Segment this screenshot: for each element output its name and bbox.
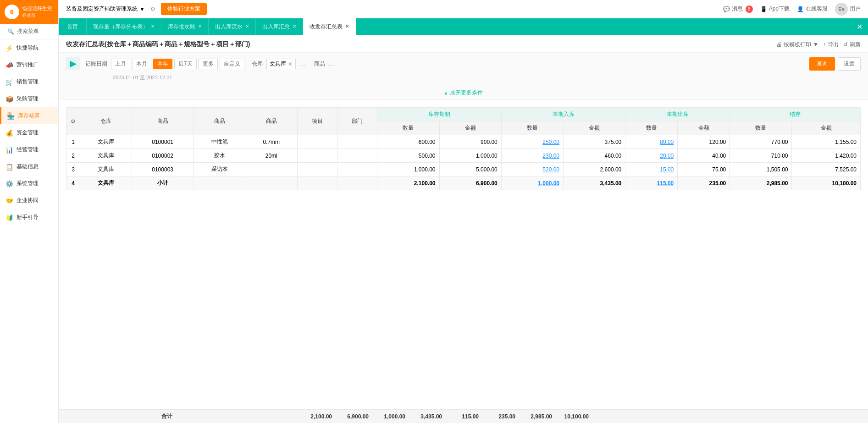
row2-open-amt: 1,000.00 xyxy=(439,149,501,163)
user-item[interactable]: Ea 用户 xyxy=(835,3,861,16)
app-download-label: App下载 xyxy=(769,5,790,13)
tab-close-icon[interactable]: ✕ xyxy=(198,24,202,29)
data-table: ⚙ 仓库 商品 商品 商品 项目 部门 库存期初 本期入库 本期出库 结存 xyxy=(66,107,861,190)
warehouse-more-dots[interactable]: ... xyxy=(299,61,307,67)
row3-no: 3 xyxy=(66,163,80,176)
print-icon: 🖨 xyxy=(776,41,782,48)
sidebar-item-finance[interactable]: 💰 资金管理 xyxy=(0,124,58,141)
service-icon: 👤 xyxy=(797,6,804,12)
quick-nav-icon: ⚡ xyxy=(6,44,13,52)
tab-bar-close-button[interactable]: ✕ xyxy=(851,22,868,31)
footer-total-bar: 合计 2,100.00 6,900.00 1,000.00 3,435.00 1… xyxy=(59,409,868,423)
sidebar-item-marketing-label: 营销推广 xyxy=(17,61,39,69)
row1-open-qty: 600.00 xyxy=(377,135,439,149)
logo-sub: 标准版 xyxy=(22,12,52,19)
refresh-button[interactable]: ↺ 刷新 xyxy=(843,41,861,49)
sidebar-item-basic[interactable]: 📋 基础信息 xyxy=(0,158,58,175)
table-header-out-amt: 金额 xyxy=(678,121,730,135)
subtotal-out-qty[interactable]: 115.00 xyxy=(625,176,678,190)
system-title-text: 装备及固定资产辅助管理系统 xyxy=(66,5,138,13)
row3-out-qty[interactable]: 15.00 xyxy=(625,163,678,176)
row2-close-qty: 710.00 xyxy=(730,149,792,163)
date-btn-more[interactable]: 更多 xyxy=(199,59,218,69)
system-title-dropdown[interactable]: 装备及固定资产辅助管理系统 ▼ xyxy=(66,5,145,13)
sidebar-item-system[interactable]: ⚙️ 系统管理 xyxy=(0,175,58,192)
online-service-label: 在线客服 xyxy=(806,5,828,13)
table-header-close-qty: 数量 xyxy=(730,121,792,135)
trial-button[interactable]: 体验行业方案 xyxy=(161,3,207,15)
app-download-item[interactable]: 📱 App下载 xyxy=(760,5,790,13)
tab-summary[interactable]: 出入库汇总 ✕ xyxy=(256,18,303,35)
query-button[interactable]: 查询 xyxy=(809,57,835,71)
tab-flow[interactable]: 出入库流水 ✕ xyxy=(209,18,256,35)
table-header-goods-name: 商品 xyxy=(194,108,245,135)
tab-close-icon[interactable]: ✕ xyxy=(293,24,296,29)
row3-in-qty[interactable]: 520.00 xyxy=(501,163,563,176)
table-header-closing: 结存 xyxy=(730,108,861,121)
footer-out-qty: 115.00 xyxy=(442,413,479,420)
row2-in-qty[interactable]: 230.00 xyxy=(501,149,563,163)
sidebar-item-inventory[interactable]: 🏪 库存核算 xyxy=(0,107,58,124)
export-button[interactable]: ↑ 导出 xyxy=(823,41,839,49)
message-item[interactable]: 💬 消息 6 xyxy=(723,5,753,13)
date-btn-7days[interactable]: 近7天 xyxy=(174,59,197,69)
row2-out-amt: 40.00 xyxy=(678,149,730,163)
subtotal-no: 4 xyxy=(66,176,80,190)
search-nav-label: 搜索菜单 xyxy=(17,27,39,35)
sidebar-item-purchase[interactable]: 📦 采购管理 xyxy=(0,90,58,107)
table-header-out-qty: 数量 xyxy=(625,121,678,135)
expand-conditions-button[interactable]: ∨ 展开更多条件 xyxy=(444,89,483,97)
filter-expand-button[interactable]: ▶ xyxy=(66,57,80,70)
sidebar-item-collab[interactable]: 🤝 企业协同 xyxy=(0,192,58,209)
date-btn-custom[interactable]: 自定义 xyxy=(220,59,244,69)
date-btn-this-year[interactable]: 本年 xyxy=(153,59,172,69)
finance-icon: 💰 xyxy=(6,129,13,137)
settings-gear-icon[interactable]: ⚙ xyxy=(150,6,155,12)
row1-close-amt: 1,155.00 xyxy=(792,135,861,149)
export-icon: ↑ xyxy=(823,41,826,48)
subtotal-warehouse: 文具库 xyxy=(80,176,132,190)
sidebar-item-guide[interactable]: 🔰 新手引导 xyxy=(0,209,58,226)
row1-goods-spec: 0.7mm xyxy=(245,135,298,149)
top-header: 装备及固定资产辅助管理系统 ▼ ⚙ 体验行业方案 💬 消息 6 📱 App下载 … xyxy=(59,0,868,18)
tab-close-icon[interactable]: ✕ xyxy=(151,24,155,29)
table-gear-icon[interactable]: ⚙ xyxy=(71,118,76,125)
subtotal-open-amt: 6,900.00 xyxy=(439,176,501,190)
table-header-settings[interactable]: ⚙ xyxy=(66,108,80,135)
tab-home[interactable]: 首页 xyxy=(59,18,87,35)
sidebar-item-marketing[interactable]: 📣 营销推广 xyxy=(0,56,58,73)
sidebar-item-quick-nav[interactable]: ⚡ 快捷导航 xyxy=(0,39,58,56)
guide-icon: 🔰 xyxy=(6,214,13,221)
sidebar-item-sales[interactable]: 🛒 销售管理 xyxy=(0,73,58,90)
sidebar-item-operation-label: 经营管理 xyxy=(17,146,39,154)
tab-inventory-dist[interactable]: 现存量（库存分布表） ✕ xyxy=(87,18,161,35)
filter-settings-button[interactable]: 设置 xyxy=(838,57,861,71)
row3-dept xyxy=(337,163,377,176)
subtotal-in-qty[interactable]: 1,000.00 xyxy=(501,176,563,190)
goods-filter-label: 商品 xyxy=(314,60,325,68)
footer-in-amt: 3,435.00 xyxy=(405,413,442,420)
date-btn-last-month[interactable]: 上月 xyxy=(111,59,130,69)
search-icon: 🔍 xyxy=(7,28,14,35)
warehouse-filter-tag[interactable]: 文具库 ✕ xyxy=(266,59,296,69)
table-header-goods-code: 商品 xyxy=(132,108,194,135)
table-header-warehouse: 仓库 xyxy=(80,108,132,135)
tab-close-icon[interactable]: ✕ xyxy=(345,24,349,29)
print-button[interactable]: 🖨 按模板打印 ▼ xyxy=(776,41,818,49)
warehouse-tag-close-icon[interactable]: ✕ xyxy=(288,61,293,67)
row1-out-qty[interactable]: 80.00 xyxy=(625,135,678,149)
sidebar-item-operation[interactable]: 📊 经营管理 xyxy=(0,141,58,158)
row1-in-qty[interactable]: 250.00 xyxy=(501,135,563,149)
row2-out-qty[interactable]: 20.00 xyxy=(625,149,678,163)
tab-stock-summary[interactable]: 收发存汇总表 ✕ xyxy=(303,18,356,35)
inventory-icon: 🏪 xyxy=(7,112,14,120)
goods-more-dots[interactable]: ... xyxy=(329,61,336,67)
sidebar-item-inventory-label: 库存核算 xyxy=(18,112,40,120)
tab-batch[interactable]: 库存批次账 ✕ xyxy=(161,18,209,35)
date-btn-this-month[interactable]: 本月 xyxy=(132,59,151,69)
tab-close-icon[interactable]: ✕ xyxy=(245,24,249,29)
row1-open-amt: 900.00 xyxy=(439,135,501,149)
logo-title: 畅捷通好生意 xyxy=(22,5,52,12)
search-nav-item[interactable]: 🔍 搜索菜单 xyxy=(0,24,58,39)
online-service-item[interactable]: 👤 在线客服 xyxy=(797,5,828,13)
